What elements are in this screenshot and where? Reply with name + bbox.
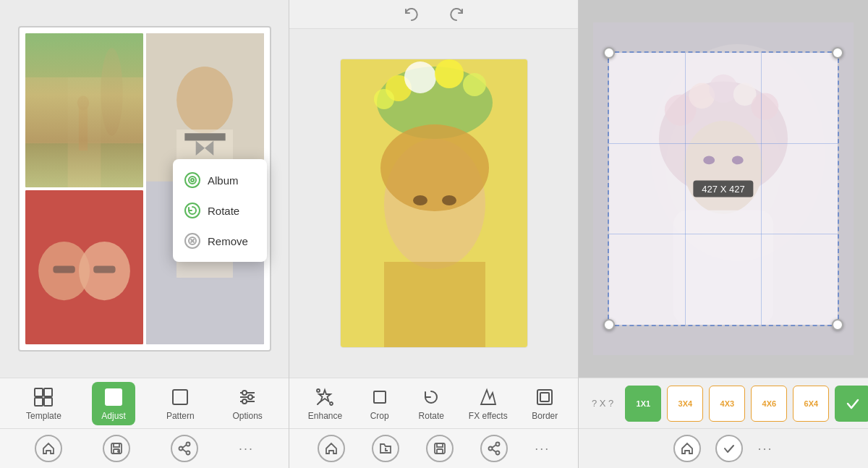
svg-point-20: [191, 179, 194, 182]
svg-point-72: [496, 451, 500, 455]
svg-point-56: [374, 89, 394, 109]
svg-rect-68: [437, 443, 443, 447]
options-icon: [237, 386, 258, 408]
photo-couple[interactable]: [25, 190, 143, 344]
more-button-3[interactable]: ···: [757, 441, 773, 456]
more-button-2[interactable]: ···: [535, 441, 550, 456]
photo-road[interactable]: [25, 33, 143, 187]
svg-rect-66: [540, 393, 549, 401]
svg-line-49: [182, 445, 186, 448]
ratio-question: ? X ?: [586, 398, 619, 409]
tool-options[interactable]: Options: [226, 382, 270, 425]
menu-item-album[interactable]: Album: [173, 165, 267, 195]
svg-rect-1: [25, 77, 143, 143]
crop-handle-br[interactable]: [832, 319, 843, 331]
template-icon: [33, 386, 54, 408]
svg-point-88: [732, 156, 744, 164]
svg-rect-67: [435, 443, 445, 454]
tool-pattern[interactable]: Pattern: [158, 382, 202, 425]
ratio-3x4[interactable]: 3X4: [667, 386, 703, 422]
svg-rect-25: [44, 388, 52, 396]
share-button-2[interactable]: [480, 435, 508, 462]
tool-border[interactable]: Border: [523, 382, 566, 425]
svg-line-74: [492, 445, 495, 448]
album-icon: [184, 172, 200, 188]
crop-icon: [369, 386, 391, 408]
ratio-1x1-label: 1X1: [637, 399, 651, 408]
share-button-1[interactable]: [171, 435, 198, 462]
tool-crop[interactable]: Crop: [358, 382, 401, 425]
svg-rect-69: [437, 449, 443, 454]
svg-rect-64: [374, 391, 386, 403]
tool-enhance[interactable]: Enhance: [301, 382, 349, 425]
home-button-2[interactable]: [318, 435, 345, 462]
svg-point-3: [101, 48, 122, 136]
confirm-button[interactable]: [835, 386, 868, 422]
svg-rect-18: [93, 265, 115, 273]
fx-label: FX effects: [469, 411, 508, 421]
svg-point-19: [189, 176, 196, 184]
ratio-1x1[interactable]: 1X1: [625, 386, 661, 422]
svg-point-44: [118, 451, 119, 452]
action-bar-3: ···: [579, 428, 868, 468]
svg-rect-24: [35, 388, 43, 396]
check-button-3[interactable]: [715, 435, 743, 462]
enhance-label: Enhance: [308, 411, 342, 421]
adjust-label: Adjust: [101, 411, 125, 421]
svg-point-87: [703, 156, 715, 164]
svg-point-62: [317, 389, 320, 392]
ratio-4x3[interactable]: 4X3: [709, 386, 745, 422]
undo-button[interactable]: [400, 3, 423, 26]
svg-point-71: [489, 447, 493, 451]
crop-container: 427 X 427: [593, 22, 854, 355]
tool-fx[interactable]: FX effects: [461, 382, 515, 425]
menu-rotate-label: Rotate: [208, 205, 239, 217]
panel-1: Album Rotate: [0, 0, 289, 468]
menu-album-label: Album: [208, 174, 239, 187]
svg-rect-4: [78, 106, 87, 150]
svg-point-39: [248, 395, 252, 399]
ratio-4x3-label: 4X3: [720, 399, 735, 408]
svg-line-73: [492, 449, 495, 452]
ratio-4x6[interactable]: 4X6: [751, 386, 787, 422]
svg-rect-27: [44, 398, 52, 406]
tool-rotate-2[interactable]: Rotate: [409, 382, 453, 425]
menu-item-remove[interactable]: Remove: [173, 226, 267, 256]
open-button-2[interactable]: [372, 435, 399, 462]
more-button-1[interactable]: ···: [239, 441, 254, 456]
ratio-6x4[interactable]: 6X4: [793, 386, 829, 422]
home-button-3[interactable]: [673, 435, 701, 462]
svg-point-40: [242, 399, 247, 404]
crop-handle-tr[interactable]: [832, 47, 843, 59]
save-button-1[interactable]: [103, 435, 130, 462]
enhance-icon: [314, 386, 336, 408]
options-label: Options: [233, 411, 263, 421]
svg-line-48: [182, 449, 186, 452]
ratio-4x6-label: 4X6: [762, 399, 777, 408]
border-icon: [534, 386, 556, 408]
crop-selection[interactable]: 427 X 427: [608, 51, 839, 326]
svg-rect-10: [184, 133, 225, 140]
redo-button[interactable]: [445, 3, 468, 26]
svg-point-85: [752, 93, 779, 120]
home-button-1[interactable]: [35, 435, 62, 462]
menu-remove-label: Remove: [208, 235, 248, 247]
ratio-6x4-label: 6X4: [804, 399, 819, 408]
crop-canvas: 427 X 427: [579, 0, 868, 378]
rotate-icon: [184, 203, 200, 218]
svg-point-60: [413, 195, 427, 205]
crop-handle-bl[interactable]: [603, 319, 615, 331]
ratio-bar: ? X ? 1X1 3X4 4X3 4X6 6X4: [579, 378, 868, 428]
crop-handle-tl[interactable]: [603, 47, 615, 59]
svg-rect-17: [53, 265, 75, 273]
panel2-canvas: [289, 29, 578, 378]
menu-item-rotate[interactable]: Rotate: [173, 195, 267, 226]
svg-point-38: [242, 391, 247, 395]
save-button-2[interactable]: [426, 435, 454, 462]
tool-adjust[interactable]: Adjust: [92, 382, 135, 425]
crop-size-label: 427 X 427: [693, 181, 753, 197]
panel-3: 427 X 427 ? X ? 1X1 3X4 4X3 4X6 6X4: [579, 0, 868, 468]
svg-rect-29: [109, 392, 119, 402]
tool-template[interactable]: Template: [19, 382, 69, 425]
svg-rect-34: [173, 390, 187, 404]
